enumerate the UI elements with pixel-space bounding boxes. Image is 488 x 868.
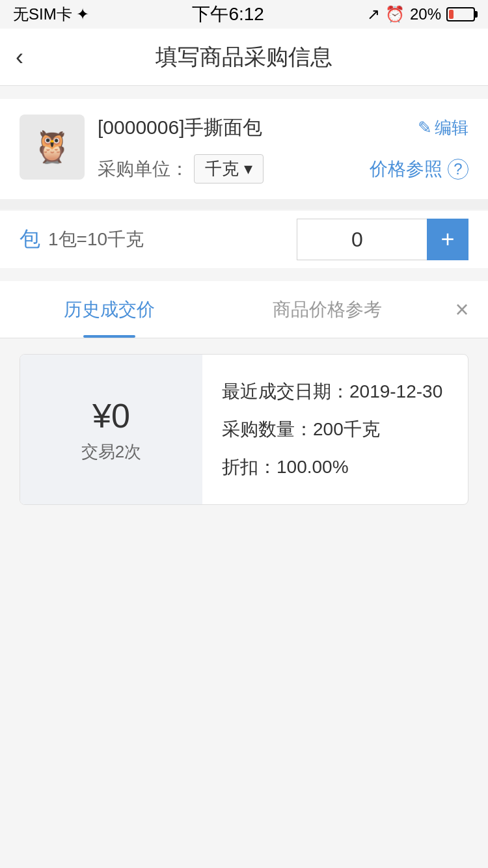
- quantity-controls: +: [297, 219, 468, 260]
- history-recent-date: 最近成交日期：2019-12-30: [222, 378, 448, 405]
- history-discount: 折扣：100.00%: [222, 454, 448, 481]
- price-ref-help-icon: ?: [448, 159, 468, 180]
- history-avg-price: ¥0: [92, 396, 130, 435]
- purchase-qty-label: 采购数量：: [222, 419, 313, 439]
- history-section: ¥0 交易2次 最近成交日期：2019-12-30 采购数量：200千克 折扣：…: [0, 338, 488, 521]
- recent-date-value: 2019-12-30: [349, 381, 442, 401]
- location-icon: ↗: [367, 5, 380, 23]
- tabs-close-button[interactable]: ×: [436, 296, 488, 323]
- battery-fill: [449, 10, 454, 19]
- carrier-text: 无SIM卡 ✦: [13, 4, 89, 25]
- status-left: 无SIM卡 ✦: [13, 4, 89, 25]
- history-card: ¥0 交易2次 最近成交日期：2019-12-30 采购数量：200千克 折扣：…: [20, 354, 468, 505]
- product-thumbnail: 🦉: [20, 115, 85, 180]
- price-ref-label: 价格参照: [370, 157, 442, 182]
- product-card: 🦉 [0000006]手撕面包 ✎ 编辑 采购单位： 千克 ▾: [0, 99, 488, 199]
- discount-value: 100.00%: [277, 457, 349, 477]
- tab-product-price-ref[interactable]: 商品价格参考: [218, 281, 436, 338]
- unit-conversion-text: 1包=10千克: [48, 227, 144, 252]
- purchase-unit-label: 采购单位：: [98, 157, 189, 182]
- tabs-bar: 历史成交价 商品价格参考 ×: [0, 281, 488, 338]
- edit-icon: ✎: [418, 118, 432, 138]
- edit-label: 编辑: [435, 116, 468, 139]
- quantity-plus-button[interactable]: +: [427, 219, 468, 260]
- quantity-unit-info: 包 1包=10千克: [20, 225, 144, 254]
- history-details: 最近成交日期：2019-12-30 采购数量：200千克 折扣：100.00%: [202, 355, 468, 504]
- unit-value: 千克: [205, 157, 239, 180]
- product-name: [0000006]手撕面包: [98, 115, 262, 141]
- product-logo-icon: 🦉: [33, 129, 72, 165]
- status-bar: 无SIM卡 ✦ 下午6:12 ↗ ⏰ 20%: [0, 0, 488, 29]
- product-header: 🦉 [0000006]手撕面包 ✎ 编辑 采购单位： 千克 ▾: [20, 115, 468, 183]
- tab-history-label: 历史成交价: [64, 297, 155, 322]
- history-trade-count: 交易2次: [81, 441, 141, 463]
- battery-percent-text: 20%: [410, 5, 441, 23]
- purchase-unit-row: 采购单位： 千克 ▾ 价格参照 ?: [98, 154, 468, 183]
- tab-history-price[interactable]: 历史成交价: [0, 281, 218, 338]
- quantity-row: 包 1包=10千克 +: [0, 211, 488, 268]
- unit-selector[interactable]: 千克 ▾: [194, 154, 264, 183]
- unit-arrow-icon: ▾: [244, 159, 252, 179]
- edit-button[interactable]: ✎ 编辑: [418, 116, 468, 139]
- price-ref-button[interactable]: 价格参照 ?: [370, 157, 468, 182]
- status-right: ↗ ⏰ 20%: [367, 5, 475, 23]
- product-name-row: [0000006]手撕面包 ✎ 编辑: [98, 115, 468, 141]
- alarm-icon: ⏰: [385, 5, 405, 23]
- discount-label: 折扣：: [222, 457, 277, 477]
- history-purchase-qty: 采购数量：200千克: [222, 416, 448, 443]
- nav-bar: ‹ 填写商品采购信息: [0, 29, 488, 86]
- battery-icon: [446, 7, 475, 21]
- quantity-input[interactable]: [297, 219, 427, 260]
- history-price-summary: ¥0 交易2次: [20, 355, 202, 504]
- tab-active-indicator: [83, 335, 135, 338]
- tab-product-price-label: 商品价格参考: [273, 297, 382, 322]
- status-time: 下午6:12: [192, 2, 264, 27]
- page-title: 填写商品采购信息: [156, 42, 332, 72]
- unit-badge: 包: [20, 225, 40, 254]
- purchase-qty-value: 200千克: [313, 419, 380, 439]
- recent-date-label: 最近成交日期：: [222, 381, 349, 401]
- back-button[interactable]: ‹: [16, 44, 23, 71]
- product-info: [0000006]手撕面包 ✎ 编辑 采购单位： 千克 ▾ 价格参照 ?: [98, 115, 468, 183]
- divider-1: [0, 199, 488, 210]
